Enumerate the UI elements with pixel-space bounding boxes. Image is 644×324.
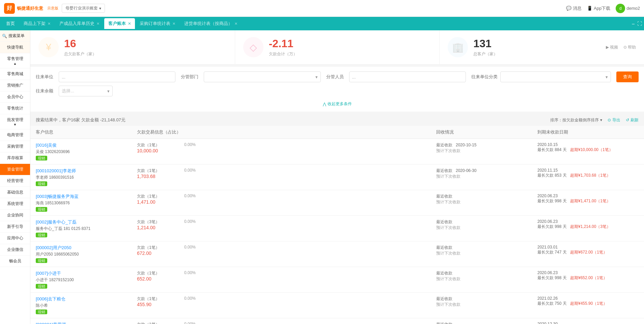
debt-amount-col: 欠款（1笔） 455.90	[137, 296, 171, 307]
customer-name-link[interactable]: [0001020001]李老师	[36, 168, 137, 174]
customer-name-link[interactable]: [000001]黄思源	[36, 322, 137, 324]
export-label: 导出	[612, 117, 620, 123]
close-icon[interactable]: ✕	[172, 22, 175, 26]
debt-ratio: 0.00%	[184, 296, 196, 301]
sidebar-item-newbie[interactable]: 新手引导	[0, 221, 30, 233]
branch-dept-input[interactable]: ▾	[204, 71, 320, 82]
debt-cell: 欠款（1笔） 652.00 0.00%	[137, 270, 436, 289]
overdue-link[interactable]: 超期¥672.00（1笔）	[570, 250, 607, 255]
sidebar-item-member[interactable]: 会员中心	[0, 91, 30, 103]
sidebar-item-apps[interactable]: 应用中心	[0, 233, 30, 244]
sidebar-item-marketing[interactable]: 营销推广	[0, 80, 30, 91]
debt-count: 欠款（1笔）	[137, 194, 171, 199]
sidebar-item-retail-shop[interactable]: 零售商城	[0, 68, 30, 80]
table-row: [0006]去下粮仓 陈小希 现销 欠款（1笔） 455.90 0.00% 最近…	[30, 293, 644, 318]
tab-customer-account-label: 客户账本	[108, 21, 126, 27]
help-btn[interactable]: ⊙ 帮助	[623, 45, 636, 50]
sidebar-item-operation[interactable]: 经营管理	[0, 175, 30, 187]
overdue-link[interactable]: 超期¥652.00（1笔）	[570, 275, 607, 280]
customer-name-link[interactable]: [0006]去下粮仓	[36, 296, 137, 302]
collapse-button[interactable]: ⋀ 收起更多条件	[321, 100, 353, 108]
close-icon[interactable]: ✕	[96, 22, 100, 26]
debt-amount-col: 欠款（1笔） 429.00	[137, 322, 171, 324]
sidebar-item-quick-nav[interactable]: 快捷导航	[0, 42, 30, 53]
sidebar-search[interactable]: 🔍 搜索菜单	[0, 30, 30, 42]
close-icon[interactable]: ✕	[234, 22, 237, 26]
tab-product-history[interactable]: 产成品入库单历史 ✕	[55, 18, 104, 29]
sidebar-item-inventory[interactable]: 库存核算	[0, 152, 30, 164]
balance-input[interactable]: 选择... ▾	[59, 86, 113, 96]
branch-person-input[interactable]: ...	[349, 71, 466, 82]
overdue-row: 最长欠款 998 天 超期¥1,471.00（1笔）	[537, 198, 639, 204]
tab-purchase-stats[interactable]: 进货单统计表（按商品） ✕	[180, 18, 242, 29]
sidebar-item-basic-info[interactable]: 基础信息	[0, 187, 30, 198]
debt-amount-col: 欠款（1笔） 652.00	[137, 270, 171, 282]
sidebar-item-system[interactable]: 系统管理	[0, 198, 30, 210]
customer-tag: 现销	[36, 284, 47, 289]
debt-amount: 1,703.68	[137, 174, 171, 179]
minimize-icon[interactable]: –	[632, 21, 635, 26]
overdue-link[interactable]: 超期¥1,703.68（1笔）	[570, 173, 611, 178]
overdue-link[interactable]: 超期¥1,471.00（1笔）	[570, 199, 611, 203]
customer-name-link[interactable]: [0003]畅捷服务尹海蓝	[36, 194, 137, 200]
sidebar-item-member-plus[interactable]: 畅会员	[0, 256, 30, 267]
app-download-btn[interactable]: 📱 App下载	[587, 5, 610, 11]
tab-purchase-summary[interactable]: 采购订单统计表 ✕	[136, 18, 179, 29]
customer-name-link[interactable]: [0016]吴俊	[36, 142, 137, 148]
sidebar-item-batch[interactable]: 批发管理 ▼	[0, 114, 30, 129]
next-payment: 预计下次收款	[436, 174, 537, 179]
sidebar-item-enterprise-wechat[interactable]: 企业微信	[0, 244, 30, 256]
overdue-row: 最长欠款 998 天 超期¥1,214.00（3笔）	[537, 224, 639, 230]
col-customer-info: 客户信息	[36, 129, 137, 135]
customer-cell: [000002]用户2050 用户2050 18665062050 现销	[36, 245, 137, 263]
sidebar-item-ecommerce[interactable]: 电商管理	[0, 129, 30, 141]
customer-name-link[interactable]: [000002]用户2050	[36, 245, 137, 251]
message-btn[interactable]: 💬 消息	[566, 5, 582, 11]
debt-amount: 652.00	[137, 276, 171, 282]
overdue-days: 最长欠款 747 天	[537, 250, 569, 255]
balance-label: 往来余额	[36, 88, 56, 94]
chevron-icon: ▼	[2, 123, 28, 126]
close-icon[interactable]: ✕	[128, 22, 131, 26]
payment-cell: 最近收款 预计下次收款	[436, 322, 537, 324]
overdue-link[interactable]: 超期¥1,214.00（3笔）	[570, 224, 611, 229]
table-row: [000002]用户2050 用户2050 18665062050 现销 欠款（…	[30, 241, 644, 267]
maximize-icon[interactable]: ⛶	[637, 21, 642, 26]
overdue-link[interactable]: 超期¥10,000.00（1笔）	[570, 147, 613, 152]
source-unit-class-input[interactable]: ▾	[500, 71, 611, 82]
sidebar-item-purchase[interactable]: 采购管理	[0, 141, 30, 152]
sidebar-item-retail-management[interactable]: 零售管理 ▲	[0, 53, 30, 68]
help-label: 帮助	[628, 45, 636, 50]
tab-home[interactable]: 首页	[2, 18, 19, 29]
payment-cell: 最近收款 预计下次收款	[436, 270, 537, 289]
tab-product-off[interactable]: 商品上下架 ✕	[20, 18, 55, 29]
debt-amount: 672.00	[137, 251, 171, 256]
debt-cell: 欠款（1笔） 1,703.68 0.00%	[137, 168, 436, 186]
overdue-link[interactable]: 超期¥455.90（1笔）	[570, 301, 607, 306]
search-button[interactable]: 查询	[616, 71, 639, 82]
sidebar-item-enterprise-coop[interactable]: 企业协同	[0, 210, 30, 221]
tab-customer-account[interactable]: 客户账本 ✕	[104, 18, 135, 29]
overdue-days: 最长欠款 998 天	[537, 199, 569, 203]
branch-person-label: 分管人员	[326, 74, 346, 80]
customer-name-link[interactable]: [0002]服务中心_丁磊	[36, 219, 137, 225]
sidebar-item-capital[interactable]: 资金管理	[0, 164, 30, 175]
next-payment: 预计下次收款	[436, 302, 537, 307]
sidebar-item-retail-stats[interactable]: 零售统计	[0, 103, 30, 114]
close-icon[interactable]: ✕	[48, 22, 51, 26]
stat-info-2: -2.11 欠款合计（万）	[269, 37, 297, 57]
export-btn[interactable]: ⊙ 导出	[608, 117, 620, 123]
user-area[interactable]: d demo2	[616, 4, 640, 13]
filter-area: 往来单位 ... 分管部门 ▾ 分管人员 ... 往来单位分类	[30, 67, 644, 112]
source-unit-input[interactable]: ...	[59, 71, 175, 82]
stat-info-3: 131 总客户（家）	[473, 37, 498, 57]
customer-cell: [0016]吴俊 吴俊 13026203696 现销	[36, 142, 137, 161]
refresh-btn[interactable]: ↺ 刷新	[626, 117, 639, 123]
sort-selector[interactable]: 排序：按欠款金额倒序排序 ▾	[550, 117, 602, 123]
video-btn[interactable]: ▶ 视频	[606, 45, 618, 50]
company-selector[interactable]: 母婴行业演示账套 ▾	[62, 4, 105, 13]
debt-col: 欠款（1笔） 10,000.00 0.00%	[137, 142, 436, 153]
tab-purchase-stats-label: 进货单统计表（按商品）	[184, 21, 232, 27]
customer-name-link[interactable]: [0007]小进干	[36, 270, 137, 276]
payment-cell: 最近收款 预计下次收款	[436, 245, 537, 263]
